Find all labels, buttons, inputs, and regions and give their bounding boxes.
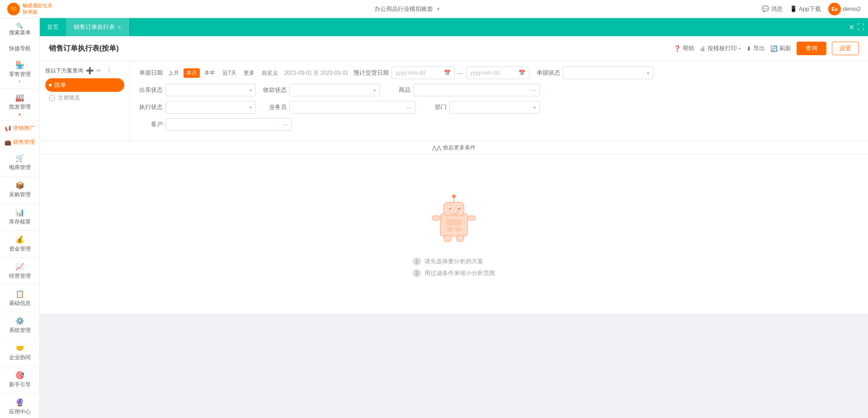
empty-robot-svg [427, 191, 481, 245]
collapse-scheme-button[interactable]: 《 [104, 66, 111, 75]
marketing-icon: 📢 [5, 125, 11, 132]
filter-row-1: 单据日期 上月 本月 本年 近7天 更多 自定义 2023-03-01 至 20… [137, 66, 861, 79]
date-tab-this-month[interactable]: 本月 [184, 68, 200, 78]
sidebar-item-operation[interactable]: 📈 经营管理 [0, 258, 39, 285]
date-tab-more[interactable]: 更多 [241, 68, 257, 78]
collapse-bar[interactable]: ⋀⋀ 收起更多条件 [40, 141, 868, 155]
wholesale-icon: 🏭 [15, 93, 24, 102]
sidebar-item-finance[interactable]: 💰 资金管理 [0, 231, 39, 258]
filter-field-date: 单据日期 上月 本月 本年 近7天 更多 自定义 2023-03-01 至 20… [137, 68, 348, 78]
salesperson-input[interactable]: ··· [289, 101, 416, 114]
user-menu-button[interactable]: Ea demo2 [828, 3, 861, 15]
empty-step-1: 1 请先选择要分析的方案 [413, 257, 495, 266]
customer-dots-icon: ··· [283, 121, 288, 128]
page-content: 销售订单执行表(按单) ❓ 帮助 🖨 按模板打印 ▾ ⬇ 导出 [40, 36, 868, 418]
tab-maximize-button[interactable]: ⛶ [857, 23, 864, 31]
tab-sales-order[interactable]: 销售订单执行表 × [66, 18, 129, 36]
app-download-button[interactable]: 📱 App下载 [790, 5, 821, 13]
svg-rect-11 [432, 216, 440, 220]
payment-status-select[interactable]: ▾ [289, 84, 380, 96]
filter-field-salesperson: 业务员 ··· [261, 101, 416, 114]
filter-row-4: 客户 ··· [137, 118, 861, 131]
sidebar: 🔍 搜索菜单 快捷导航 🏪 零售管理 ▾ 🏭 批发管理 ▲ 📢 营销推广 💼 销… [0, 18, 40, 418]
expected-date-start-input[interactable]: yyyy-mm-dd 📅 [392, 66, 455, 79]
sidebar-item-newbie[interactable]: 🎯 新手引导 [0, 366, 39, 394]
payment-status-arrow-icon: ▾ [373, 88, 376, 93]
sidebar-item-system[interactable]: ⚙️ 系统管理 [0, 312, 39, 339]
calendar-end-icon: 📅 [519, 70, 525, 76]
top-bar: 🧡 畅捷通好生意 标准版 办公用品行业模拟账套 ▾ 💬 消息 📱 App下载 E… [0, 0, 868, 18]
empty-steps: 1 请先选择要分析的方案 2 用过滤条件来缩小分析范围 [413, 257, 495, 277]
scheme-item-qiankuan[interactable]: ○ 欠资情况 [45, 92, 124, 104]
search-icon: 🔍 [16, 23, 23, 29]
sidebar-item-marketing[interactable]: 📢 营销推广 [0, 121, 39, 135]
expected-date-end-input[interactable]: yyyy-mm-dd 📅 [466, 66, 529, 79]
message-button[interactable]: 💬 消息 [762, 5, 783, 13]
export-button[interactable]: ⬇ 导出 [746, 44, 765, 52]
svg-rect-12 [467, 216, 476, 220]
nav-arrow-icon: ▾ [437, 5, 440, 12]
tab-home[interactable]: 首页 [40, 18, 66, 36]
date-tab-7days[interactable]: 近7天 [220, 68, 239, 78]
svg-point-7 [458, 208, 460, 210]
sidebar-item-quick-nav[interactable]: 快捷导航 [0, 41, 39, 56]
doc-status-select[interactable]: ▾ [563, 66, 653, 79]
query-button[interactable]: 查询 [797, 42, 826, 55]
filter-field-department: 部门 ▾ [421, 101, 540, 114]
scheme-dot [49, 84, 52, 86]
nav-title-area[interactable]: 办公用品行业模拟账套 ▾ [374, 5, 440, 13]
svg-rect-9 [446, 227, 453, 232]
apps-icon: 🔮 [15, 398, 24, 407]
date-dash: — [458, 70, 463, 76]
goods-input[interactable]: ··· [413, 84, 540, 96]
execution-status-arrow-icon: ▾ [250, 105, 252, 110]
scheme-item-andan[interactable]: 按单 [45, 78, 124, 92]
page-actions: ❓ 帮助 🖨 按模板打印 ▾ ⬇ 导出 🔄 刷新 [674, 42, 859, 55]
date-tab-this-year[interactable]: 本年 [202, 68, 218, 78]
filter-field-payment-status: 收款状态 ▾ [261, 84, 380, 96]
sidebar-item-sales[interactable]: 💼 销售管理 [0, 135, 39, 149]
sales-icon: 💼 [5, 139, 11, 146]
date-range-display: 2023-03-01 至 2023-03-31 [284, 69, 348, 77]
refresh-button[interactable]: 🔄 刷新 [770, 44, 791, 52]
sidebar-search[interactable]: 🔍 搜索菜单 [0, 18, 39, 41]
logo-text: 畅捷通好生意 标准版 [23, 3, 52, 14]
filter-field-execution-status: 执行状态 ▾ [137, 101, 256, 114]
top-bar-left: 🧡 畅捷通好生意 标准版 [7, 3, 52, 15]
expected-date-start-placeholder: yyyy-mm-dd [396, 70, 425, 76]
tab-close-button[interactable]: × [118, 24, 121, 31]
print-arrow-icon: ▾ [739, 46, 741, 51]
content-area: 首页 销售订单执行表 × ✕ ⛶ 销售订单执行表(按单) ❓ 帮助 [40, 18, 868, 418]
app-download-icon: 📱 [790, 5, 797, 12]
top-bar-right: 💬 消息 📱 App下载 Ea demo2 [762, 3, 861, 15]
date-tab-last-month[interactable]: 上月 [165, 68, 182, 78]
sidebar-item-inventory[interactable]: 📊 库存核算 [0, 204, 39, 231]
edit-scheme-button[interactable]: ✏ [96, 67, 102, 74]
step-2-number: 2 [413, 269, 421, 277]
sidebar-item-purchase[interactable]: 📦 采购管理 [0, 176, 39, 204]
refresh-icon: 🔄 [770, 45, 778, 52]
customer-input[interactable]: ··· [165, 118, 292, 131]
sidebar-item-ecommerce[interactable]: 🛒 电商管理 [0, 149, 39, 176]
salesperson-dots-icon: ··· [406, 104, 412, 111]
execution-status-select[interactable]: ▾ [165, 101, 256, 114]
add-scheme-button[interactable]: ➕ [86, 67, 94, 74]
delivery-status-select[interactable]: ▾ [165, 84, 256, 96]
filter-row-2: 出库状态 ▾ 收款状态 ▾ [137, 84, 861, 96]
date-tab-custom[interactable]: 自定义 [259, 68, 281, 78]
help-button[interactable]: ❓ 帮助 [674, 44, 694, 52]
filter-field-expected-date: 预计交货日期 yyyy-mm-dd 📅 — yyyy-mm-dd 📅 [354, 66, 529, 79]
sidebar-item-retail[interactable]: 🏪 零售管理 ▾ [0, 56, 39, 89]
sidebar-item-basic[interactable]: 📋 基础信息 [0, 285, 39, 312]
svg-point-3 [452, 195, 456, 198]
sidebar-item-apps[interactable]: 🔮 应用中心 [0, 394, 39, 418]
department-select[interactable]: ▾ [449, 101, 540, 114]
wholesale-sub-items: 📢 营销推广 💼 销售管理 [0, 121, 39, 149]
svg-rect-13 [444, 235, 451, 242]
tab-close-window-button[interactable]: ✕ [849, 23, 854, 32]
sidebar-item-wholesale[interactable]: 🏭 批发管理 ▲ [0, 89, 39, 121]
svg-point-6 [449, 208, 451, 210]
sidebar-item-corp[interactable]: 🤝 企业协同 [0, 339, 39, 366]
print-button[interactable]: 🖨 按模板打印 ▾ [700, 44, 741, 52]
settings-button[interactable]: 设置 [832, 42, 859, 55]
